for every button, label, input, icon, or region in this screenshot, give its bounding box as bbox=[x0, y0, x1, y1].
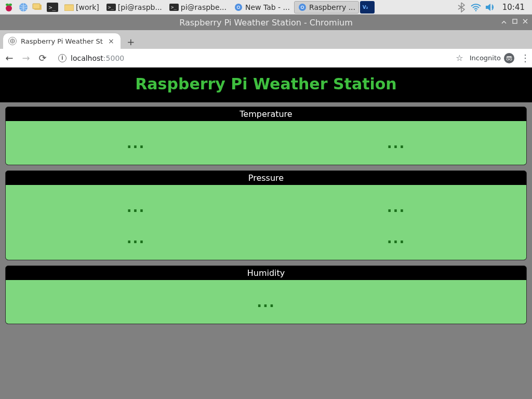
svg-point-18 bbox=[301, 6, 303, 8]
window-maximize-button[interactable] bbox=[511, 18, 518, 25]
chromium-icon bbox=[234, 3, 243, 12]
card-title: Temperature bbox=[6, 107, 526, 121]
svg-point-1 bbox=[6, 3, 9, 6]
back-button[interactable]: ← bbox=[4, 52, 15, 63]
browser-toolbar: ← → ⟳ i localhost:5000 ☆ Incognito ⋮ bbox=[0, 49, 532, 68]
clock[interactable]: 10:41 bbox=[499, 3, 528, 12]
terminal-icon[interactable]: >_ bbox=[47, 2, 58, 13]
task-label: [pi@raspb... bbox=[118, 3, 162, 11]
svg-point-24 bbox=[507, 58, 509, 60]
card-row: ... bbox=[6, 287, 526, 318]
address-bar[interactable]: i localhost:5000 bbox=[54, 51, 449, 65]
svg-text:>_: >_ bbox=[171, 5, 177, 10]
reload-button[interactable]: ⟳ bbox=[37, 52, 48, 63]
terminal-icon: >_ bbox=[107, 3, 116, 12]
svg-text:>_: >_ bbox=[49, 4, 56, 11]
browser-tabstrip: Raspberry Pi Weather St × + bbox=[0, 30, 532, 49]
task-area: [work] >_ [pi@raspb... >_ pi@raspbe... N… bbox=[61, 1, 376, 14]
cards-container: Temperature......Pressure............Hum… bbox=[0, 102, 532, 328]
vnc-icon: V₂ bbox=[362, 3, 371, 12]
task-terminal-2[interactable]: >_ pi@raspbe... bbox=[166, 1, 230, 14]
card-title: Humidity bbox=[6, 266, 526, 280]
window-controls bbox=[501, 18, 529, 25]
globe-icon[interactable] bbox=[18, 2, 29, 13]
card-row: ...... bbox=[6, 223, 526, 255]
svg-text:V₂: V₂ bbox=[363, 5, 368, 10]
site-info-icon[interactable]: i bbox=[58, 54, 66, 62]
card-temperature: Temperature...... bbox=[5, 107, 527, 165]
svg-point-25 bbox=[510, 58, 512, 60]
card-pressure: Pressure............ bbox=[5, 170, 527, 260]
task-label: Raspberry ... bbox=[309, 3, 355, 11]
bookmark-star-icon[interactable]: ☆ bbox=[456, 53, 463, 63]
bluetooth-icon[interactable] bbox=[456, 2, 467, 13]
incognito-label: Incognito bbox=[470, 54, 501, 62]
raspberry-icon[interactable] bbox=[3, 2, 15, 13]
reading-value: ... bbox=[6, 128, 266, 159]
reading-value: ... bbox=[6, 287, 526, 318]
task-vnc[interactable]: V₂ bbox=[360, 1, 375, 14]
task-chromium-newtab[interactable]: New Tab - ... bbox=[231, 1, 293, 14]
folder-icon bbox=[64, 3, 74, 12]
forward-button[interactable]: → bbox=[21, 52, 31, 63]
task-terminal-1[interactable]: >_ [pi@raspb... bbox=[103, 1, 165, 14]
page-heading: Raspberry Pi Weather Station bbox=[0, 68, 532, 102]
tab-close-button[interactable]: × bbox=[107, 37, 115, 45]
system-tray: 10:41 bbox=[451, 2, 532, 13]
incognito-icon bbox=[504, 53, 514, 63]
svg-point-15 bbox=[237, 6, 240, 8]
svg-rect-8 bbox=[64, 5, 74, 11]
svg-point-21 bbox=[475, 10, 476, 11]
card-body: ... bbox=[6, 280, 526, 324]
chromium-icon bbox=[298, 3, 307, 12]
window-close-button[interactable] bbox=[522, 18, 529, 25]
svg-rect-22 bbox=[513, 19, 517, 23]
window-titlebar: Raspberry Pi Weather Station - Chromium bbox=[0, 15, 532, 30]
terminal-icon: >_ bbox=[169, 3, 179, 12]
card-title: Pressure bbox=[6, 171, 526, 185]
page-viewport: Raspberry Pi Weather Station Temperature… bbox=[0, 68, 532, 399]
task-chromium-active[interactable]: Raspberry ... bbox=[294, 1, 359, 14]
files-icon[interactable] bbox=[32, 2, 44, 13]
card-body: ...... bbox=[6, 121, 526, 165]
browser-tab-active[interactable]: Raspberry Pi Weather St × bbox=[3, 33, 121, 49]
url-text: localhost:5000 bbox=[71, 54, 124, 62]
reading-value: ... bbox=[266, 192, 526, 223]
task-label: pi@raspbe... bbox=[181, 3, 227, 11]
card-body: ............ bbox=[6, 185, 526, 260]
reading-value: ... bbox=[6, 192, 266, 223]
new-tab-button[interactable]: + bbox=[124, 34, 138, 49]
window-minimize-button[interactable] bbox=[501, 18, 508, 25]
launcher-area: >_ bbox=[0, 2, 61, 13]
svg-text:>_: >_ bbox=[108, 5, 114, 10]
svg-point-0 bbox=[6, 5, 12, 11]
tab-title: Raspberry Pi Weather St bbox=[21, 37, 103, 45]
os-taskbar: >_ [work] >_ [pi@raspb... >_ pi@raspbe..… bbox=[0, 0, 532, 15]
reading-value: ... bbox=[6, 223, 266, 255]
task-label: New Tab - ... bbox=[245, 3, 290, 11]
svg-point-2 bbox=[9, 3, 12, 6]
reading-value: ... bbox=[266, 128, 526, 159]
svg-rect-5 bbox=[33, 4, 40, 9]
card-row: ...... bbox=[6, 192, 526, 223]
card-humidity: Humidity... bbox=[5, 265, 527, 324]
wifi-icon[interactable] bbox=[470, 2, 482, 13]
browser-menu-button[interactable]: ⋮ bbox=[521, 52, 528, 63]
incognito-indicator[interactable]: Incognito bbox=[470, 53, 514, 63]
task-label: [work] bbox=[76, 3, 99, 11]
window-title: Raspberry Pi Weather Station - Chromium bbox=[179, 18, 353, 28]
globe-favicon-icon bbox=[8, 37, 17, 45]
card-row: ...... bbox=[6, 128, 526, 159]
reading-value: ... bbox=[266, 223, 526, 255]
task-folder-work[interactable]: [work] bbox=[61, 1, 102, 14]
volume-icon[interactable] bbox=[485, 2, 496, 13]
